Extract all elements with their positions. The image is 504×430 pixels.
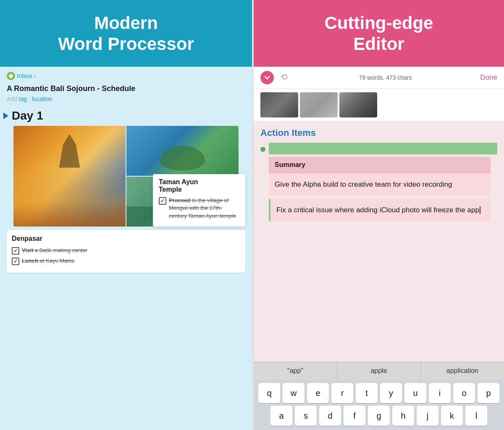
image-strip [254,89,504,121]
add-label: Add [7,96,17,102]
summary-card: Summary Give the Alpha build to creative… [269,157,491,196]
list-item: Visit a Batik making center [12,247,240,255]
right-header-title: Cutting-edgeEditor [262,13,496,55]
right-panel: Cutting-edgeEditor 79 words, 473 chars D… [254,0,504,430]
left-content: Inbox › A Romantic Bali Sojourn - Schedu… [0,67,252,430]
day-heading: Day 1 [12,109,43,122]
evernote-icon [7,72,15,80]
key-e[interactable]: e [307,383,329,403]
word-count: 79 words, 473 chars [296,74,475,81]
key-t[interactable]: t [356,383,378,403]
thumb-image-3 [339,92,377,117]
left-panel: ModernWord Processor Inbox › A Romantic … [0,0,252,430]
item1-text[interactable]: Give the Alpha build to creative team fo… [275,179,485,190]
key-h[interactable]: h [392,406,414,426]
green-bar [269,143,497,154]
denpasar-title: Denpasar [12,235,240,242]
keyboard: q w e r t y u i o p a s d f g h j k l [254,380,504,430]
note-tags: Add tag , location [0,95,252,106]
autocomplete-apple[interactable]: apple [337,362,421,380]
autocomplete-bar: "app" apple application [254,362,504,380]
summary-label: Summary [269,157,491,173]
checkbox-icon[interactable] [12,258,19,265]
key-f[interactable]: f [344,406,365,426]
item2-text[interactable]: Fix a critical issue where adding iCloud… [276,205,485,216]
checklist-text: Lunch at Kayu Manis [22,257,74,265]
key-g[interactable]: g [368,406,390,426]
thumb-image-2 [300,92,338,117]
checklist-text: Visit a Batik making center [22,247,87,254]
undo-button[interactable] [279,72,291,83]
bullet-dot-icon [260,147,265,152]
checklist-text: Proceed to the village of Mengwi with th… [169,197,239,220]
key-u[interactable]: u [404,383,426,403]
day-indicator-icon [3,112,8,119]
summary-body: Give the Alpha build to creative team fo… [269,173,491,196]
checkbox-icon[interactable] [159,197,166,205]
bullet-row [260,143,497,154]
taman-ayun-popup: Taman AyunTemple Proceed to the village … [153,174,245,227]
key-q[interactable]: q [258,383,280,403]
breadcrumb-chevron-icon: › [34,72,36,79]
key-k[interactable]: k [441,406,463,426]
island-image [126,126,239,176]
expand-button[interactable] [260,71,274,84]
left-header-title: ModernWord Processor [8,13,244,55]
bold-text: Proceed [169,197,190,203]
autocomplete-application[interactable]: application [421,362,504,380]
bold-text: Visit [22,247,33,253]
key-p[interactable]: p [478,383,499,403]
popup-title: Taman AyunTemple [159,178,239,193]
breadcrumb-text[interactable]: Inbox [17,72,32,79]
images-container: Taman AyunTemple Proceed to the village … [7,126,245,227]
tag-link[interactable]: tag [19,96,27,102]
list-item: Proceed to the village of Mengwi with th… [159,197,239,220]
day-heading-row: Day 1 [0,106,252,126]
done-button[interactable]: Done [480,73,497,82]
right-header: Cutting-edgeEditor [254,0,504,67]
bold-text: Lunch [22,258,38,264]
key-o[interactable]: o [453,383,475,403]
key-r[interactable]: r [331,383,353,403]
editor-body: Action Items Summary Give the Alpha buil… [254,121,504,358]
key-s[interactable]: s [295,406,317,426]
key-y[interactable]: y [380,383,402,403]
key-d[interactable]: d [319,406,341,426]
thumb-image-1 [260,92,298,117]
comma-separator: , [29,96,32,102]
keyboard-row-1: q w e r t y u i o p [255,383,502,403]
location-link[interactable]: location [32,96,52,102]
item2-text-content: Fix a critical issue where adding iCloud… [276,206,479,214]
list-item: Lunch at Kayu Manis [12,257,240,265]
left-header: ModernWord Processor [0,0,252,67]
second-item: Fix a critical issue where adding iCloud… [269,199,491,222]
action-items-section: Action Items Summary Give the Alpha buil… [254,121,504,222]
denpasar-card: Denpasar Visit a Batik making center Lun… [7,230,245,273]
key-i[interactable]: i [429,383,451,403]
key-l[interactable]: l [465,406,487,426]
note-title: A Romantic Bali Sojourn - Schedule [0,82,252,95]
cursor-icon [480,206,480,214]
bottom-section: Denpasar Visit a Batik making center Lun… [7,230,245,273]
bali-temple-image [13,126,126,227]
key-j[interactable]: j [417,406,438,426]
keyboard-row-2: a s d f g h j k l [255,406,502,426]
autocomplete-app[interactable]: "app" [254,362,337,380]
key-w[interactable]: w [283,383,304,403]
key-a[interactable]: a [270,406,292,426]
action-items-title: Action Items [260,128,497,138]
breadcrumb: Inbox › [0,67,252,82]
checkbox-icon[interactable] [12,247,19,255]
editor-toolbar: 79 words, 473 chars Done [254,67,504,89]
